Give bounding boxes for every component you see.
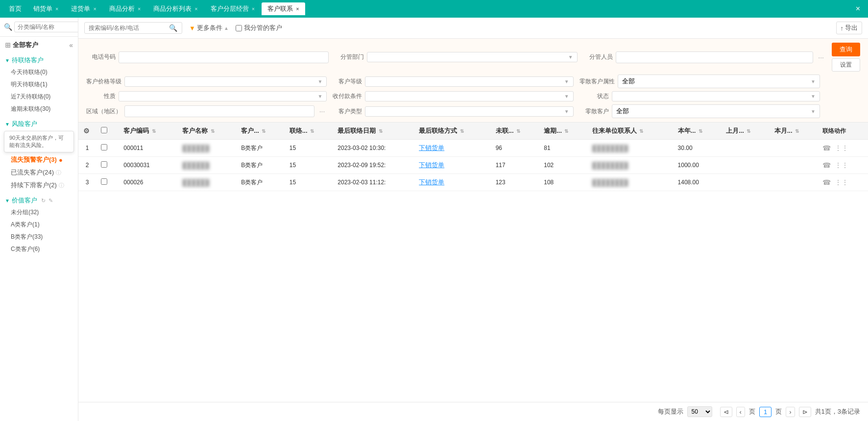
query-button[interactable]: 查询 — [832, 43, 860, 56]
action-more-icon[interactable]: ⋮⋮ — [835, 178, 848, 186]
sort-type-icon: ⇅ — [262, 128, 265, 134]
region-input[interactable] — [124, 105, 314, 117]
sidebar-group-risk[interactable]: ▼ 风险客户 — [0, 117, 78, 130]
row-last-month — [721, 174, 770, 191]
manager-input[interactable] — [616, 51, 814, 63]
sort-lmonth-icon: ⇅ — [747, 128, 750, 134]
table-gear-icon[interactable]: ⚙ — [83, 127, 90, 135]
main-search-icon[interactable]: 🔍 — [169, 24, 177, 32]
more-filter-button[interactable]: ▼ 更多条件 ▲ — [186, 22, 232, 34]
phone-input[interactable] — [119, 51, 329, 63]
sidebar-item-c-class[interactable]: C类客户(6) — [0, 243, 78, 255]
close-customerlevel-icon[interactable]: × — [252, 6, 255, 12]
retail-attr-select[interactable]: 全部 ▼ — [618, 74, 820, 88]
th-last-month[interactable]: 上月... ⇅ — [721, 123, 770, 140]
payment-arrow-icon: ▼ — [564, 94, 569, 99]
row-checkbox[interactable] — [101, 178, 107, 185]
sidebar-item-ungroup[interactable]: 未分组(32) — [0, 206, 78, 219]
nav-tab-purchaseorder[interactable]: 进货单 × — [65, 2, 102, 15]
close-purchaseorder-icon[interactable]: × — [93, 6, 96, 12]
nav-tab-salesorder[interactable]: 销货单 × — [27, 2, 64, 15]
th-name[interactable]: 客户名称 ⇅ — [177, 123, 236, 140]
value-refresh-icon[interactable]: ↻ — [41, 198, 46, 204]
my-customers-checkbox-label[interactable]: 我分管的客户 — [236, 24, 282, 32]
value-edit-icon[interactable]: ✎ — [48, 198, 53, 204]
search-input-wrap[interactable]: 🔍 — [84, 22, 182, 34]
close-productanalysis-icon[interactable]: × — [138, 6, 141, 12]
th-contact[interactable]: 联络... ⇅ — [285, 123, 333, 140]
settings-button[interactable]: 设置 — [832, 58, 860, 72]
row-type: B类客户 — [236, 174, 285, 191]
nav-home[interactable]: 首页 — [4, 2, 26, 15]
first-page-button[interactable]: ⊲ — [720, 407, 732, 417]
sidebar-search-input[interactable] — [14, 22, 78, 32]
sidebar-item-7days[interactable]: 近7天待联络(0) — [0, 91, 78, 103]
prev-page-button[interactable]: ‹ — [736, 407, 745, 417]
th-this-month[interactable]: 本月... ⇅ — [770, 123, 818, 140]
customer-grade-select[interactable]: ▼ — [365, 76, 573, 87]
manager-dots-icon[interactable]: ··· — [816, 53, 826, 61]
dept-select[interactable]: ▼ — [367, 52, 577, 62]
th-contact-person[interactable]: 往来单位联系人 ⇅ — [587, 123, 673, 140]
last-page-button[interactable]: ⊳ — [799, 407, 811, 417]
row-contact: 15 — [285, 157, 333, 174]
close-customercontact-icon[interactable]: × — [296, 6, 299, 12]
my-customers-checkbox[interactable] — [236, 25, 242, 31]
sidebar-item-b-class[interactable]: B类客户(33) — [0, 231, 78, 243]
th-uncontacted[interactable]: 未联... ⇅ — [491, 123, 539, 140]
nav-tab-customercontact[interactable]: 客户联系 × — [262, 2, 305, 15]
status-select[interactable]: ▼ — [612, 91, 820, 101]
nav-tab-productanalysis[interactable]: 商品分析 × — [103, 2, 146, 15]
th-last-date[interactable]: 最后联络日期 ⇅ — [333, 123, 414, 140]
sidebar-item-today[interactable]: 今天待联络(0) — [0, 66, 78, 78]
sidebar-item-churned[interactable]: 已流失客户(24) ⓘ — [0, 166, 78, 179]
row-checkbox[interactable] — [101, 144, 107, 150]
per-page-select[interactable]: 50 100 200 — [687, 406, 712, 417]
action-phone-icon[interactable]: ☎ — [822, 178, 831, 186]
sidebar-collapse-icon[interactable]: « — [69, 41, 73, 49]
th-last-method[interactable]: 最后联络方式 ⇅ — [414, 123, 490, 140]
sidebar-item-tomorrow[interactable]: 明天待联络(1) — [0, 78, 78, 91]
customer-type-select[interactable]: ▼ — [365, 106, 573, 117]
th-overdue[interactable]: 逾期... ⇅ — [539, 123, 587, 140]
action-more-icon[interactable]: ⋮⋮ — [835, 144, 848, 152]
value-arrow-icon: ▼ — [5, 198, 10, 203]
payment-select[interactable]: ▼ — [365, 91, 573, 101]
contact-method-link[interactable]: 下销货单 — [419, 178, 444, 186]
sidebar-group-pending[interactable]: ▼ 待联络客户 — [0, 53, 78, 66]
th-this-year[interactable]: 本年... ⇅ — [673, 123, 722, 140]
pending-arrow-icon: ▼ — [5, 58, 10, 63]
sidebar-item-a-class[interactable]: A类客户(1) — [0, 219, 78, 231]
export-button[interactable]: ↑ 导出 — [836, 22, 863, 34]
current-page-number[interactable]: 1 — [759, 407, 772, 417]
window-close-icon[interactable]: × — [852, 2, 864, 15]
region-dots-icon[interactable]: ··· — [317, 107, 327, 115]
contact-method-link[interactable]: 下销货单 — [419, 161, 444, 169]
row-this-year: 30.00 — [673, 140, 722, 157]
table-header-row: ⚙ 客户编码 ⇅ 客户名称 ⇅ — [78, 123, 868, 140]
customer-grade-arrow-icon: ▼ — [564, 79, 569, 84]
row-actions: ☎ ⋮⋮ — [818, 174, 868, 191]
retail-customer-select[interactable]: 全部 ▼ — [612, 104, 820, 118]
nav-tab-customerlevel[interactable]: 客户分层经营 × — [205, 2, 261, 15]
next-page-button[interactable]: › — [786, 407, 795, 417]
close-salesorder-icon[interactable]: × — [55, 6, 58, 12]
action-phone-icon[interactable]: ☎ — [822, 161, 831, 169]
th-type[interactable]: 客户... ⇅ — [236, 123, 285, 140]
close-productlist-icon[interactable]: × — [194, 6, 197, 12]
th-code[interactable]: 客户编码 ⇅ — [119, 123, 177, 140]
sidebar-group-value[interactable]: ▼ 价值客户 ↻ ✎ — [0, 194, 78, 206]
sidebar-item-declining[interactable]: 持续下滑客户(2) ⓘ — [0, 179, 78, 192]
nav-tab-productlist[interactable]: 商品分析列表 × — [147, 2, 203, 15]
sidebar-item-overdue[interactable]: 逾期未联络(30) — [0, 103, 78, 115]
nature-select[interactable]: ▼ — [119, 91, 327, 101]
main-search-input[interactable] — [89, 25, 167, 31]
sidebar-item-churn-warning[interactable]: 流失预警客户(3) ● — [0, 153, 78, 166]
sidebar-search-icon[interactable]: 🔍 — [4, 23, 12, 31]
price-grade-select[interactable]: ▼ — [124, 76, 327, 87]
contact-method-link[interactable]: 下销货单 — [419, 144, 444, 151]
select-all-checkbox[interactable] — [101, 127, 107, 133]
row-checkbox[interactable] — [101, 161, 107, 168]
action-more-icon[interactable]: ⋮⋮ — [835, 161, 848, 169]
action-phone-icon[interactable]: ☎ — [822, 144, 831, 152]
